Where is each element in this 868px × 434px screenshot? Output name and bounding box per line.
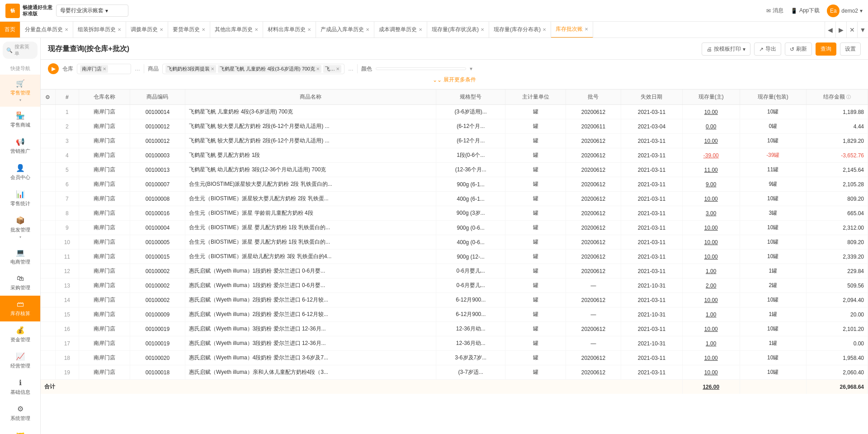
- sidebar-item-基础信息[interactable]: ℹ基础信息: [0, 374, 40, 400]
- warehouse-tag-nananmendian: 南岸门店 ✕: [80, 65, 108, 73]
- remove-product-tag-3[interactable]: ✕: [336, 66, 340, 71]
- tab-1[interactable]: 分量盘点单历史 ✕: [20, 22, 73, 38]
- cell-9[interactable]: 10.00: [682, 250, 740, 264]
- cell-0: [41, 235, 55, 250]
- sidebar-item-系统管理[interactable]: ⚙系统管理: [0, 400, 40, 426]
- cell-11: 2,101.20: [807, 322, 868, 336]
- sidebar-item-零售管理[interactable]: 🛒零售管理▾: [0, 75, 40, 107]
- sidebar-icon-0: 🛒: [16, 79, 25, 88]
- cell-9[interactable]: 10.00: [682, 322, 740, 336]
- sidebar-icon-8: 🗃: [17, 300, 24, 308]
- cell-11: 809.20: [807, 235, 868, 250]
- cell-9[interactable]: 10.00: [682, 351, 740, 365]
- sidebar-item-资金管理[interactable]: 💰资金管理: [0, 321, 40, 348]
- app-download-btn[interactable]: 📱 App下载: [791, 7, 820, 14]
- tab-4[interactable]: 要货单历史 ✕: [168, 22, 210, 38]
- cell-4: 惠氏启赋（Wyeth illuma）1段奶粉 爱尔兰进口 0-6月婴...: [185, 264, 436, 278]
- tab-next-btn[interactable]: ▶: [835, 22, 846, 38]
- sidebar-item-零售统计[interactable]: 📊零售统计: [0, 185, 40, 212]
- settings-col[interactable]: ⚙: [41, 90, 55, 105]
- cell-9[interactable]: 10.00: [682, 105, 740, 119]
- product-filter[interactable]: 飞鹤奶粉3段两提装 ✕ 飞鹤星飞帆 儿童奶粉 4段(3-6岁适用) 700克 ✕…: [162, 64, 344, 74]
- tab-prev-btn[interactable]: ◀: [825, 22, 835, 38]
- cell-7: 20200612: [566, 148, 621, 163]
- tab-9[interactable]: 现存量(库存状况表) ✕: [427, 22, 489, 38]
- tab-0[interactable]: 首页: [0, 22, 20, 38]
- expand-conditions-btn[interactable]: ⌄⌄ 展开更多条件: [48, 74, 861, 85]
- footer-amount-total: 26,968.64: [807, 380, 868, 394]
- color-filter[interactable]: [376, 67, 466, 70]
- tab-8[interactable]: 成本调整单历史 ✕: [374, 22, 427, 38]
- remove-product-tag-2[interactable]: ✕: [316, 66, 320, 71]
- cell-9[interactable]: 1.00: [682, 307, 740, 322]
- settings-btn[interactable]: 设置: [840, 42, 861, 56]
- sidebar-item-会员中心[interactable]: 👤会员中心: [0, 159, 40, 185]
- tab-close-1[interactable]: ✕: [65, 27, 68, 32]
- tab-10[interactable]: 现存量(库存分布表) ✕: [489, 22, 551, 38]
- print-btn[interactable]: 🖨 按模板打印 ▾: [702, 42, 750, 56]
- cell-8: 2021-10-31: [621, 336, 682, 351]
- product-filter-more[interactable]: …: [348, 66, 354, 72]
- sidebar-item-批发管理[interactable]: 📦批发管理▾: [0, 212, 40, 244]
- remove-product-tag-1[interactable]: ✕: [211, 66, 214, 71]
- search-area[interactable]: 🔍 搜索英单: [0, 38, 40, 62]
- message-btn[interactable]: ✉ 消息: [766, 7, 783, 14]
- account-selector[interactable]: 母婴行业演示账套 ▾: [56, 5, 128, 17]
- cell-10: 2罐: [740, 278, 806, 293]
- cell-9[interactable]: 10.00: [682, 221, 740, 235]
- tab-close-7[interactable]: ✕: [366, 27, 369, 32]
- tab-bar: 首页分量盘点单历史 ✕组装拆卸单历史 ✕调拨单历史 ✕要货单历史 ✕其他出库单历…: [0, 22, 868, 38]
- tab-11[interactable]: 库存批次账 ✕: [551, 22, 593, 38]
- tab-close-10[interactable]: ✕: [542, 27, 546, 32]
- remove-warehouse-tag[interactable]: ✕: [103, 66, 106, 71]
- sidebar-item-企业协同[interactable]: 🤝企业协同: [0, 426, 40, 434]
- sidebar-item-电商管理[interactable]: 💻电商管理: [0, 244, 40, 270]
- filter-more-btn[interactable]: …: [135, 66, 140, 72]
- cell-9[interactable]: 1.00: [682, 336, 740, 351]
- tab-close-6[interactable]: ✕: [307, 27, 311, 32]
- tab-6[interactable]: 材料出库单历史 ✕: [263, 22, 316, 38]
- settings-icon[interactable]: ⚙: [45, 94, 50, 100]
- info-icon[interactable]: ⓘ: [846, 94, 851, 99]
- cell-9[interactable]: 10.00: [682, 293, 740, 307]
- query-btn[interactable]: 查询: [816, 42, 836, 56]
- sidebar-item-营销推广[interactable]: 📢营销推广: [0, 133, 40, 159]
- sidebar-item-采购管理[interactable]: 🛍采购管理: [0, 270, 40, 296]
- cell-8: 2021-03-11: [621, 221, 682, 235]
- color-dropdown-arrow[interactable]: ▾: [470, 66, 472, 72]
- tab-7[interactable]: 产成品入库单历史 ✕: [316, 22, 374, 38]
- cell-9[interactable]: 2.00: [682, 278, 740, 293]
- warehouse-filter[interactable]: 南岸门店 ✕: [77, 64, 131, 74]
- export-btn[interactable]: ↗ 导出: [754, 42, 781, 56]
- tab-close-4[interactable]: ✕: [202, 27, 205, 32]
- refresh-btn[interactable]: ↺ 刷新: [785, 42, 812, 56]
- tab-3[interactable]: 调拨单历史 ✕: [126, 22, 168, 38]
- cell-9[interactable]: 10.00: [682, 192, 740, 206]
- tab-close-9[interactable]: ✕: [481, 27, 484, 32]
- cell-9[interactable]: 1.00: [682, 264, 740, 278]
- cell-9[interactable]: 0.00: [682, 119, 740, 134]
- tab-close-all-btn[interactable]: ✕: [846, 22, 857, 38]
- cell-9[interactable]: 11.00: [682, 163, 740, 177]
- tab-expand-btn[interactable]: ▼: [857, 22, 868, 38]
- cell-2: 南岸门店: [79, 221, 130, 235]
- tab-2[interactable]: 组装拆卸单历史 ✕: [73, 22, 126, 38]
- tab-close-8[interactable]: ✕: [419, 27, 422, 32]
- sidebar-item-库存核算[interactable]: 🗃库存核算: [0, 296, 40, 321]
- tab-close-2[interactable]: ✕: [118, 27, 121, 32]
- cell-9[interactable]: 9.00: [682, 177, 740, 192]
- expand-filter-btn[interactable]: ▶: [48, 63, 59, 74]
- sidebar-item-零售商城[interactable]: 🏪零售商城: [0, 107, 40, 133]
- cell-9[interactable]: 3.00: [682, 206, 740, 221]
- sidebar-item-经营管理[interactable]: 📈经营管理: [0, 348, 40, 374]
- cell-9[interactable]: 10.00: [682, 134, 740, 148]
- quicknav-btn[interactable]: 快捷导航: [0, 62, 40, 75]
- tab-close-5[interactable]: ✕: [255, 27, 258, 32]
- cell-9[interactable]: 10.00: [682, 365, 740, 380]
- tab-5[interactable]: 其他出库单历史 ✕: [210, 22, 263, 38]
- tab-close-3[interactable]: ✕: [160, 27, 163, 32]
- cell-9[interactable]: 10.00: [682, 235, 740, 250]
- cell-9[interactable]: -39.00: [682, 148, 740, 163]
- tab-close-11[interactable]: ✕: [585, 27, 588, 32]
- user-menu[interactable]: Ea demo2 ▾: [827, 5, 863, 17]
